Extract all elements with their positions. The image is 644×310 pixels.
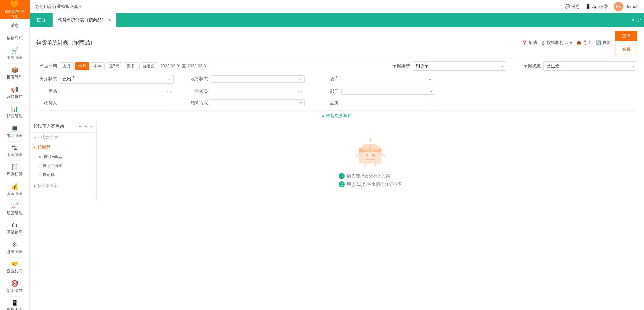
help-label: 帮助 [528,40,537,46]
tree-sub-product-category[interactable]: ≡ 按商品分类 [30,161,96,170]
edit-scheme-btn[interactable]: ✎ [84,124,88,129]
warehouse-input[interactable]: ··· [341,75,435,83]
app-download-btn[interactable]: 📱 App下载 [585,4,608,10]
tab-active[interactable]: 销货单统计表（按商品） × [53,13,116,27]
sidebar-item-7[interactable]: 💰资金管理 [7,180,23,200]
message-btn[interactable]: 💬 消息 [565,4,580,10]
export-label: 导出 [583,40,592,46]
doc-status-select[interactable]: 已生效 ▾ [543,61,637,71]
mobile-group-label: 移动端方案 [38,183,58,189]
desktop-group-label: 电脑端方案 [38,135,58,140]
receiver-input[interactable]: ··· [60,99,174,107]
sidebar-item-8[interactable]: 📈经营管理 [7,200,23,219]
sidebar-item-2[interactable]: 📢营销推广 [7,83,23,103]
shortcut-custom[interactable]: 自定义 [139,62,157,70]
export-btn[interactable]: 📤 导出 [576,40,592,46]
sidebar-label-9: 基础信息 [7,229,23,235]
sidebar-label-13: 应用中心 [7,307,23,310]
sidebar-item-3[interactable]: 📊销售管理 [7,103,23,122]
date-range-display: 2023-03-01 至 2023-03-31 [161,63,208,69]
sidebar-label-11: 企业协同 [7,268,23,274]
payment-method-select[interactable]: ▾ [211,99,305,106]
receiver-label: 收货人 [36,100,60,106]
filter-row-2: 出库状态 已出库 ▾ 收款状态 ▾ 仓库 ··· [36,74,637,84]
department-select[interactable]: ▾ [341,88,435,95]
app-logo[interactable]: 🧡 畅捷通好生意 标版 [0,0,30,19]
sidebar-label-2: 营销推广 [7,94,23,100]
quick-nav-label[interactable]: 快捷导航 [7,34,23,43]
tree-item-by-product[interactable]: ● 按商品 [30,142,96,152]
sidebar-icon-11: 🤝 [11,260,18,268]
help-icon: ❓ [522,40,527,45]
print-btn[interactable]: 🖨 按模板打印 ▾ [541,40,572,46]
shortcut-this-month[interactable]: 本月 [75,62,89,70]
date-control: 上月 本月 本年 近7天 更多 自定义 2023-03-01 至 2023-03… [60,62,362,70]
tip-num-2: 2 [339,181,345,187]
driver-label: 按司机 [43,172,55,178]
sidebar-icon-6: 📋 [11,163,18,171]
shortcut-last-month[interactable]: 上月 [60,62,74,70]
collapse-panel-btn[interactable]: « [90,124,92,129]
message-label: 消息 [571,4,580,10]
by-product-label: 按商品 [38,144,51,150]
collapse-arrow-icon: ∧ [321,113,325,118]
tab-home[interactable]: 首页 [30,13,53,27]
sidebar-icon-5: 🛍 [12,144,18,151]
sidebar-item-6[interactable]: 📋库存核算 [7,161,23,180]
search-menu-label[interactable]: 消息 [11,21,19,30]
help-btn[interactable]: ❓ 帮助 [522,40,537,46]
settings-button[interactable]: 设置 [615,44,637,54]
brand-input[interactable]: ··· [341,99,435,107]
collapse-row[interactable]: ∧ 收起更多条件 [36,110,637,121]
payment-status-select[interactable]: ▾ [211,75,305,83]
export-icon: 📤 [576,40,582,45]
tree-desktop-group: ▼ 电脑端方案 [30,133,96,142]
empty-tip-1: 1 请先选择要分析的方案 [339,173,401,179]
refresh-btn[interactable]: 🔄 刷新 [596,40,611,46]
sidebar-item-12[interactable]: 🎯新手引导 [7,277,23,297]
tab-close-icon[interactable]: × [109,18,111,22]
logo-label: 畅捷通好生意 [5,9,25,14]
doc-type-value: 销货单 [416,63,429,69]
sidebar-item-9[interactable]: 🗂基础信息 [7,219,23,238]
warehouse-out-select[interactable]: 已出库 ▾ [60,74,174,84]
sidebar-item-11[interactable]: 🤝企业协同 [7,258,23,277]
goods-input[interactable]: ··· [60,87,174,95]
doc-type-label: 单据类型 [389,63,413,69]
query-settings-group: 查询 设置 [615,31,637,54]
payment-status-label: 收款状态 [187,76,211,82]
sidebar-item-4[interactable]: 💻电商管理 [7,122,23,142]
receiver-dots: ··· [167,100,171,105]
sidebar-icon-9: 🗂 [12,222,18,229]
tree-arrow-desktop: ▼ [34,136,37,139]
query-button[interactable]: 查询 [615,31,637,41]
tab-home-label: 首页 [36,17,46,23]
tree-sub-month-product[interactable]: m 按月+商品 [30,152,96,161]
collapse-label: 收起更多条件 [326,113,352,119]
tab-minimize-btn[interactable]: × [631,17,634,23]
shortcut-this-year[interactable]: 本年 [91,62,105,70]
tab-maximize-btn[interactable]: ⤢ [637,17,641,23]
sidebar-item-1[interactable]: 📦批发管理 [7,64,23,83]
app-download-label: App下载 [592,4,608,10]
sidebar-item-0[interactable]: 🛒零售管理 [7,44,23,64]
tree-sub-driver[interactable]: ≡ 按司机 [30,170,96,179]
sidebar-label-5: 采购管理 [7,152,23,158]
sidebar-item-10[interactable]: ⚙系统管理 [7,238,23,258]
sidebar-item-5[interactable]: 🛍采购管理 [7,142,23,161]
user-area[interactable]: Ea demo2 [614,2,639,11]
tree-mobile-group: ▶ 移动端方案 [30,181,96,191]
salesperson-input[interactable]: ··· [211,87,305,95]
sidebar-item-13[interactable]: 📱应用中心 [7,297,23,310]
shortcut-more[interactable]: 更多 [124,62,138,70]
doc-type-select[interactable]: 销货单 ▾ [413,61,506,71]
empty-icon [354,134,387,168]
empty-state: 1 请先选择要分析的方案 2 用[过滤]条件来缩小分析范围 [339,134,401,187]
add-scheme-btn[interactable]: + [79,124,82,129]
tree-arrow-mobile: ▶ [34,184,36,188]
industry-selector[interactable]: 办公用品行业模拟账套 ▾ [35,4,82,10]
product-category-icon: ≡ [39,164,41,168]
sidebar-icon-8: 📈 [11,202,18,210]
doc-type-arrow: ▾ [502,64,503,68]
shortcut-7days[interactable]: 近7天 [106,62,122,70]
